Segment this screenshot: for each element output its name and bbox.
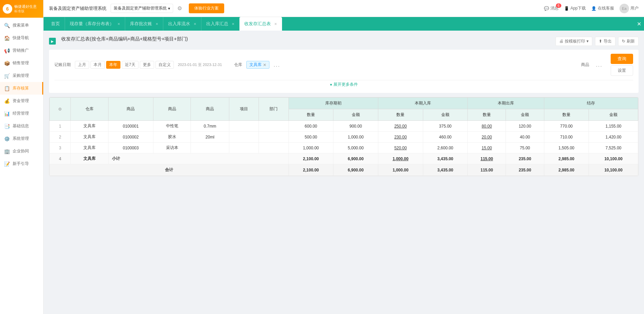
warehouse-tag-value: 文具库: [249, 62, 262, 68]
sidebar-item-finance[interactable]: 💰 资金管理: [0, 95, 43, 107]
tab-stock-dist[interactable]: 现存量（库存分布表） ✕: [65, 17, 125, 31]
th-goods-name: 商品: [153, 98, 191, 121]
expand-filters-button[interactable]: ▾ 展开更多条件: [54, 80, 633, 89]
row-project: [229, 121, 259, 132]
date-range-text: 2023-01-01 至 2023-12-31: [178, 62, 222, 67]
operation-icon: 📊: [4, 111, 10, 116]
tab-batch-ledger[interactable]: 库存批次账 ✕: [125, 17, 163, 31]
data-table: ⚙ 仓库 商品 商品 商品 项目 部门 库存期初 本期入库 本期出库 结存 数量: [49, 97, 638, 176]
tab-close-icon[interactable]: ✕: [155, 22, 158, 26]
refresh-button[interactable]: ↻ 刷新: [618, 37, 639, 46]
print-button[interactable]: 🖨 按模板打印 ▾: [556, 37, 592, 46]
tab-close-icon[interactable]: ✕: [194, 22, 196, 26]
expand-label: 展开更多条件: [333, 82, 358, 87]
tab-close-icon[interactable]: ✕: [274, 22, 277, 26]
row-goods-code: 0100002: [109, 132, 153, 143]
chevron-down-icon: ▾: [587, 39, 589, 44]
avatar: Ea: [620, 4, 629, 13]
system-dropdown[interactable]: 装备及固定资产辅助管理系统 ▾: [111, 4, 173, 13]
sidebar-item-search[interactable]: 🔍 搜索菜单: [0, 19, 43, 32]
row-in-qty[interactable]: 230.00: [378, 132, 423, 143]
row-out-amt: 40.00: [506, 132, 544, 143]
remove-warehouse-icon[interactable]: ✕: [263, 63, 266, 67]
date-btn-7days[interactable]: 近7天: [122, 61, 138, 69]
export-icon: ⬆: [599, 39, 602, 44]
user-action[interactable]: Ea 用户: [620, 4, 639, 13]
subtotal-closing-amt: 10,100.00: [589, 153, 638, 164]
try-button[interactable]: 体验行业方案: [189, 3, 224, 13]
row-out-qty[interactable]: 20.00: [468, 132, 506, 143]
th-department: 部门: [259, 98, 288, 121]
export-button[interactable]: ⬆ 导出: [595, 37, 615, 46]
total-closing-amt: 10,100.00: [589, 164, 638, 176]
sidebar-item-label: 基础信息: [13, 123, 29, 129]
subtotal-num: 4: [50, 153, 71, 164]
row-opening-qty: 1,000.00: [288, 143, 333, 153]
total-in-amt: 3,435.00: [423, 164, 468, 176]
sidebar-item-purchase[interactable]: 🛒 采购管理: [0, 69, 43, 82]
total-out-qty: 115.00: [468, 164, 506, 176]
row-warehouse: 文具库: [71, 132, 109, 143]
date-btn-this-year[interactable]: 本年: [106, 61, 120, 69]
row-goods-spec: 20ml: [191, 132, 229, 143]
online-service-action[interactable]: 👤 在线客服: [591, 5, 614, 11]
query-button[interactable]: 查询: [611, 54, 633, 64]
app-download-action[interactable]: 📱 App下载: [564, 5, 586, 11]
sidebar-item-label: 系统管理: [13, 136, 29, 142]
goods-more-icon[interactable]: ...: [596, 62, 602, 68]
subtotal-in-qty[interactable]: 1,000.00: [378, 153, 423, 164]
service-icon: 👤: [591, 6, 596, 11]
tab-label: 出入库汇总: [206, 21, 228, 27]
sidebar-item-marketing[interactable]: 📢 营销推广: [0, 44, 43, 57]
close-all-tabs-button[interactable]: ✕: [637, 21, 641, 27]
tab-close-icon[interactable]: ✕: [232, 22, 234, 26]
sidebar-header: 6 畅捷通好生意 标准版: [0, 0, 43, 18]
row-in-qty[interactable]: 520.00: [378, 143, 423, 153]
th-in-qty: 数量: [378, 109, 423, 121]
sidebar-item-inventory[interactable]: 📋 库存核算: [0, 82, 43, 95]
purchase-icon: 🛒: [4, 73, 10, 79]
tab-in-out-flow[interactable]: 出入库流水 ✕: [163, 17, 201, 31]
row-project: [229, 143, 259, 153]
subtotal-in-amt: 3,435.00: [423, 153, 468, 164]
tab-in-out-summary[interactable]: 出入库汇总 ✕: [201, 17, 240, 31]
row-opening-qty: 600.00: [288, 121, 333, 132]
th-closing-qty: 数量: [544, 109, 589, 121]
tab-recv-send-summary[interactable]: 收发存汇总表 ✕: [240, 17, 282, 31]
th-in-group: 本期入库: [378, 98, 467, 109]
tab-label: 收发存汇总表: [244, 21, 271, 27]
th-closing-group: 结存: [544, 98, 638, 109]
sidebar-item-quick[interactable]: 🏠 快捷导航: [0, 32, 43, 44]
row-out-qty[interactable]: 15.00: [468, 143, 506, 153]
row-goods-name: 胶水: [153, 132, 191, 143]
warehouse-more-icon[interactable]: ...: [274, 62, 280, 68]
page-title: 收发存汇总表(按仓库+商品编码+商品+规格型号+项目+部门): [61, 36, 188, 42]
filter-settings-button[interactable]: 设置: [611, 65, 633, 76]
sidebar-item-corp[interactable]: 🏢 企业协同: [0, 145, 43, 158]
date-btn-this-month[interactable]: 本月: [90, 61, 105, 69]
settings-gear-icon[interactable]: ⚙: [177, 5, 182, 12]
message-action[interactable]: 💬 消息 6: [544, 5, 559, 11]
tab-bar: 首页 现存量（库存分布表） ✕ 库存批次账 ✕ 出入库流水 ✕ 出入库汇总 ✕ …: [44, 17, 644, 31]
sidebar-item-operation[interactable]: 📊 经营管理: [0, 107, 43, 120]
sidebar-item-newbie[interactable]: 📝 新手引导: [0, 158, 43, 170]
table-settings-header[interactable]: ⚙: [50, 98, 71, 121]
sidebar-item-system[interactable]: ⚙️ 系统管理: [0, 132, 43, 145]
subtotal-out-qty[interactable]: 115.00: [468, 153, 506, 164]
row-in-qty[interactable]: 250.00: [378, 121, 423, 132]
tab-close-icon[interactable]: ✕: [117, 22, 120, 26]
date-btn-last-month[interactable]: 上月: [75, 61, 89, 69]
row-num: 1: [50, 121, 71, 132]
tab-home[interactable]: 首页: [46, 17, 65, 31]
row-warehouse: 文具库: [71, 121, 109, 132]
date-btn-custom[interactable]: 自定义: [155, 61, 174, 69]
sidebar-item-sales[interactable]: 📦 销售管理: [0, 57, 43, 69]
expand-arrow-icon[interactable]: ▶: [49, 38, 56, 45]
row-goods-spec: 0.7mm: [191, 121, 229, 132]
sidebar-item-basic[interactable]: 📑 基础信息: [0, 120, 43, 132]
subtotal-row: 4 文具库 小计 2,100.00 6,900.00 1,000.00 3,43…: [50, 153, 638, 164]
date-btn-more[interactable]: 更多: [140, 61, 154, 69]
app-subtitle: 标准版: [14, 9, 37, 14]
th-opening-amt: 金额: [333, 109, 378, 121]
row-out-qty[interactable]: 80.00: [468, 121, 506, 132]
